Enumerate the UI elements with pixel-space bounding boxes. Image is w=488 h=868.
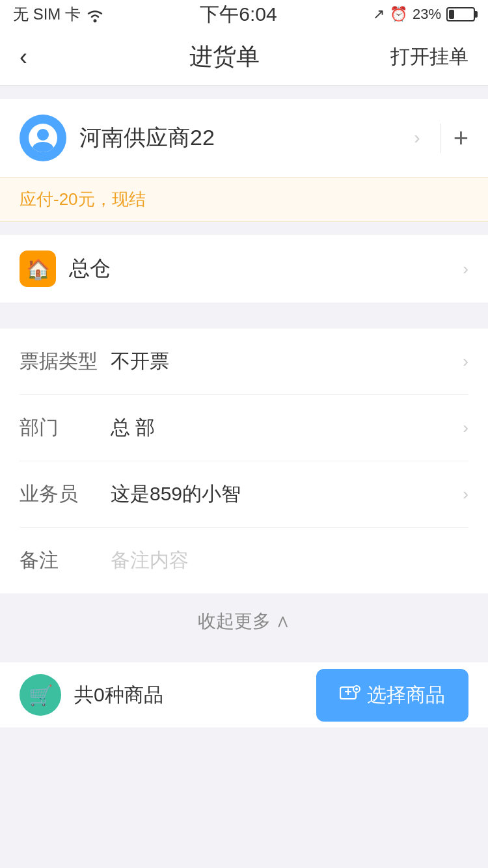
label-salesperson: 业务员 [20,481,98,508]
page-background [0,727,488,868]
carrier-label: 无 SIM 卡 [13,4,81,25]
supplier-card: 河南供应商22 › + 应付-20元，现结 [0,99,488,222]
status-right: ↗ ⏰ 23% [373,6,475,23]
label-invoice: 票据类型 [20,348,98,375]
location-icon: ↗ [373,6,385,23]
chevron-department-icon: › [463,418,468,438]
select-product-label: 选择商品 [367,682,445,709]
warehouse-chevron-icon: › [463,259,468,279]
open-pending-button[interactable]: 打开挂单 [390,44,468,70]
label-remark: 备注 [20,547,98,574]
section-gap-3 [0,303,488,316]
collapse-label: 收起更多 ∧ [198,609,291,634]
wifi-icon [86,5,104,23]
svg-point-0 [94,19,97,22]
product-icon-wrap: 🛒 [20,674,61,716]
section-gap-4 [0,649,488,662]
supplier-name: 河南供应商22 [79,123,414,153]
form-row-invoice[interactable]: 票据类型 不开票 › [0,329,488,394]
supplier-avatar [20,115,66,161]
alert-banner: 应付-20元，现结 [0,177,488,222]
back-button[interactable]: ‹ [20,44,59,71]
product-count: 共0种商品 [74,682,316,709]
add-supplier-button[interactable]: + [440,124,468,153]
product-icon: 🛒 [29,684,53,707]
status-bar: 无 SIM 卡 下午6:04 ↗ ⏰ 23% [0,0,488,29]
value-invoice: 不开票 [98,348,463,375]
warehouse-name: 总仓 [69,254,463,283]
value-salesperson: 这是859的小智 [98,481,463,508]
label-department: 部门 [20,414,98,441]
form-section: 票据类型 不开票 › 部门 总 部 › 业务员 这是859的小智 › 备注 备注… [0,329,488,593]
select-icon [340,684,360,707]
alert-text: 应付-20元，现结 [20,189,146,209]
bottom-bar: 🛒 共0种商品 选择商品 [0,662,488,727]
alarm-icon: ⏰ [390,6,407,23]
form-row-remark[interactable]: 备注 备注内容 [0,528,488,593]
chevron-salesperson-icon: › [463,484,468,504]
battery-icon [446,7,475,21]
nav-bar: ‹ 进货单 打开挂单 [0,29,488,86]
status-time: 下午6:04 [200,1,277,28]
section-gap-1 [0,86,488,99]
collapse-button[interactable]: 收起更多 ∧ [0,593,488,649]
warehouse-row[interactable]: 🏠 总仓 › [0,235,488,303]
warehouse-card: 🏠 总仓 › [0,235,488,303]
battery-percent: 23% [413,6,441,23]
form-row-department[interactable]: 部门 总 部 › [0,395,488,461]
warehouse-icon: 🏠 [20,251,56,287]
avatar-icon [29,124,57,152]
status-left: 无 SIM 卡 [13,4,104,25]
supplier-chevron-icon: › [414,128,420,148]
section-gap-2 [0,222,488,235]
value-remark[interactable]: 备注内容 [98,547,468,574]
chevron-invoice-icon: › [463,351,468,372]
supplier-row[interactable]: 河南供应商22 › + [0,99,488,177]
value-department: 总 部 [98,414,463,441]
form-row-salesperson[interactable]: 业务员 这是859的小智 › [0,461,488,527]
select-product-button[interactable]: 选择商品 [316,669,468,722]
page-title: 进货单 [189,41,260,73]
